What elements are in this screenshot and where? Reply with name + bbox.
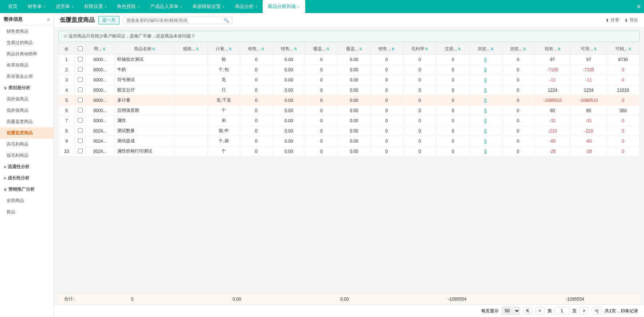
next-page-button[interactable]: > [580, 307, 589, 314]
nav-template-settings-close[interactable]: × [222, 0, 224, 13]
row-browse1[interactable]: 0 [469, 126, 502, 136]
row-checkbox-cell[interactable] [75, 65, 86, 75]
sidebar-item-traded-goods[interactable]: 交易过的商品 [0, 37, 54, 48]
cover2-column-header[interactable]: 覆盖...⇅ [338, 44, 370, 55]
sidebar-item-low-coverage[interactable]: 低覆盖度商品 [0, 127, 54, 139]
sidebar-item-high-margin[interactable]: 高毛利商品 [0, 139, 54, 150]
nav-role-auth[interactable]: 角色授权 × [112, 0, 145, 13]
close-all-button[interactable]: ✕ [636, 3, 641, 10]
row-checkbox[interactable] [78, 128, 83, 133]
sidebar-group-growth[interactable]: > 成长性分析 [0, 173, 54, 184]
sales-amt-column-header[interactable]: 销售...⇅ [272, 44, 305, 55]
sidebar-item-in-stock-goods[interactable]: 有库存商品 [0, 60, 54, 71]
nav-analysis-list[interactable]: 商品分析列表 × [263, 0, 305, 13]
row-code: 0024... [86, 136, 114, 146]
row-checkbox[interactable] [78, 138, 83, 143]
nav-product-storage-close[interactable]: × [180, 0, 182, 13]
per-page-select[interactable]: 50 100 200 [502, 307, 520, 315]
row-checkbox[interactable] [78, 87, 83, 92]
sidebar-item-category-sales-rate[interactable]: 商品分类动销率 [0, 48, 54, 60]
sidebar-group-category-analysis[interactable]: ∨ 类别差分析 [0, 82, 54, 94]
row-browse1[interactable]: 0 [469, 106, 502, 116]
available-column-header[interactable]: 可用...⇅ [571, 44, 607, 55]
share-button[interactable]: ⬆ 分享 [605, 17, 619, 23]
row-browse1[interactable]: 0 [469, 95, 502, 106]
sidebar-group-circulation[interactable]: > 流通性分析 [0, 161, 54, 173]
row-checkbox[interactable] [78, 98, 83, 102]
row-browse1[interactable]: 0 [469, 136, 502, 146]
nav-home[interactable]: 首页 [3, 0, 23, 13]
table-container[interactable]: ⚙ 商...⇅ 商品名称⇅ 规格...⇅ 计量...⇅ 销售...⇅ 销售...… [58, 43, 640, 293]
page-input[interactable] [555, 307, 569, 314]
sidebar-item-low-margin[interactable]: 低毛利商品 [0, 150, 54, 161]
row-unit: 克 [207, 75, 240, 85]
row-checkbox[interactable] [78, 67, 83, 72]
unit-column-header[interactable]: 计量...⇅ [207, 44, 240, 55]
prev-page-button[interactable]: < [535, 307, 545, 314]
row-browse1[interactable]: 0 [469, 65, 502, 75]
sidebar-collapse-button[interactable]: « [47, 16, 50, 22]
sidebar-group-marketing[interactable]: ∨ 营销推广分析 [0, 184, 54, 195]
row-checkbox[interactable] [78, 77, 83, 82]
search-icon[interactable]: 🔍 [224, 18, 229, 23]
export-button[interactable]: ⬇ 导出 [624, 17, 638, 23]
sidebar-item-high-value[interactable]: 高价值商品 [0, 94, 54, 105]
nav-permissions-close[interactable]: × [105, 0, 107, 13]
sidebar-item-stock-capital[interactable]: 库存资金占用 [0, 71, 54, 82]
settings-column-header[interactable]: ⚙ [59, 44, 75, 55]
row-checkbox-cell[interactable] [75, 136, 86, 146]
nav-template-settings[interactable]: 单据模板设置 × [187, 0, 229, 13]
name-column-header[interactable]: 商品名称⇅ [114, 44, 175, 55]
select-all-checkbox[interactable] [78, 46, 83, 51]
row-checkbox[interactable] [78, 57, 83, 62]
row-checkbox[interactable] [78, 118, 83, 123]
row-trade: 0 [437, 126, 470, 136]
browse1-column-header[interactable]: 浏览...⇅ [469, 44, 502, 55]
trade-column-header[interactable]: 交易...⇅ [437, 44, 470, 55]
row-checkbox-cell[interactable] [75, 146, 86, 156]
row-checkbox-cell[interactable] [75, 95, 86, 106]
spec-column-header[interactable]: 规格...⇅ [175, 44, 208, 55]
cover1-column-header[interactable]: 覆盖...⇅ [305, 44, 338, 55]
row-checkbox-cell[interactable] [75, 55, 86, 65]
nav-role-auth-close[interactable]: × [137, 0, 140, 13]
sidebar-item-all-goods[interactable]: 全部商品 [0, 195, 54, 206]
sales3-column-header[interactable]: 销售...⇅ [370, 44, 403, 55]
row-unit: 米 [207, 116, 240, 126]
nav-product-analysis[interactable]: 商品分析 × [230, 0, 263, 13]
row-browse1[interactable]: 0 [469, 55, 502, 65]
last-page-button[interactable]: >| [592, 307, 602, 314]
nav-purchase[interactable]: 进货单 × [51, 0, 79, 13]
nav-permissions[interactable]: 权限设置 × [79, 0, 112, 13]
code-column-header[interactable]: 商...⇅ [86, 44, 114, 55]
sidebar-item-low-value[interactable]: 低价值商品 [0, 105, 54, 116]
nav-product-analysis-close[interactable]: × [255, 0, 258, 13]
current-stock-column-header[interactable]: 现有...⇅ [534, 44, 570, 55]
nav-product-storage[interactable]: 产成品入库单 × [145, 0, 187, 13]
nav-sales-close[interactable]: × [43, 0, 46, 13]
sidebar-item-sales-goods[interactable]: 销售类商品 [0, 26, 54, 37]
sidebar-item-new-goods[interactable]: 新品 [0, 206, 54, 218]
sellable-column-header[interactable]: 可销...⇅ [607, 44, 640, 55]
date-filter-button[interactable]: 近一月 [98, 16, 119, 24]
nav-analysis-list-close[interactable]: × [298, 0, 300, 13]
row-checkbox-cell[interactable] [75, 106, 86, 116]
row-browse1[interactable]: 0 [469, 146, 502, 156]
row-checkbox[interactable] [78, 148, 83, 153]
row-checkbox-cell[interactable] [75, 126, 86, 136]
browse2-column-header[interactable]: 浏览...⇅ [502, 44, 535, 55]
gross-margin-column-header[interactable]: 毛利率⇅ [403, 44, 436, 55]
first-page-button[interactable]: K [523, 307, 533, 314]
nav-purchase-close[interactable]: × [71, 0, 74, 13]
row-checkbox-cell[interactable] [75, 116, 86, 126]
row-browse1[interactable]: 0 [469, 116, 502, 126]
nav-sales[interactable]: 销售单 × [23, 0, 51, 13]
row-checkbox[interactable] [78, 108, 83, 112]
row-browse1[interactable]: 0 [469, 85, 502, 95]
search-input[interactable] [126, 18, 222, 23]
sales-qty-column-header[interactable]: 销售...⇅ [240, 44, 273, 55]
row-checkbox-cell[interactable] [75, 75, 86, 85]
row-browse1[interactable]: 0 [469, 75, 502, 85]
row-checkbox-cell[interactable] [75, 85, 86, 95]
sidebar-item-high-coverage[interactable]: 高覆盖度商品 [0, 116, 54, 127]
